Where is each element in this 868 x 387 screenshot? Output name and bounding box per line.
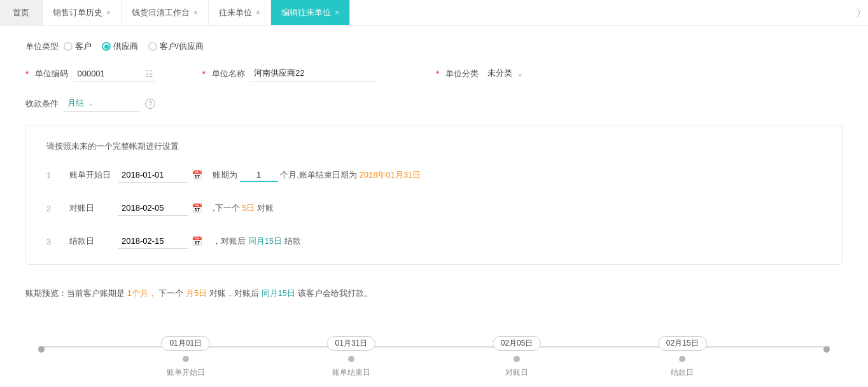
payment-terms-chevron-icon: ⌄: [88, 99, 94, 108]
preview-section: 账期预览：当前客户账期是 1个月， 下一个 月5日 对账，对账后 同月15日 该…: [25, 278, 843, 387]
setting-label-2: 对账日: [69, 202, 108, 214]
tab-edit-partner[interactable]: 编辑往来单位 ×: [271, 0, 350, 25]
radio-customer[interactable]: 客户: [64, 41, 92, 52]
unit-name-field: * 单位名称: [202, 66, 377, 81]
payment-terms-help-icon[interactable]: ?: [145, 99, 155, 109]
payment-prefix: ，对账后: [213, 236, 246, 246]
reconcile-date-calendar-icon[interactable]: 📅: [192, 203, 202, 213]
close-tab-cash-reconciliation[interactable]: ×: [193, 8, 198, 17]
payment-terms-value: 月结: [67, 97, 84, 109]
setting-label-3: 结款日: [69, 236, 108, 247]
unit-type-radio-group: 客户 供应商 客户/供应商: [64, 41, 204, 52]
timeline-caption-2: 账单结束日: [332, 367, 370, 378]
payment-terms-select[interactable]: 月结 ⌄: [64, 95, 140, 112]
main-content: 单位类型 客户 供应商 客户/供应商 * 单位编码: [0, 25, 868, 387]
start-date-value[interactable]: [118, 167, 188, 183]
radio-label-customer: 客户: [75, 41, 92, 52]
radio-circle-customer-supplier: [148, 42, 157, 51]
preview-reconcile-pre: 下一个: [158, 288, 183, 298]
timeline-badge-4: 02月15日: [658, 336, 707, 351]
timeline-node-1: 01月01日 账单开始日: [161, 336, 210, 378]
close-tab-partner-units[interactable]: ×: [256, 8, 260, 17]
unit-category-select[interactable]: 未分类 ⌄: [484, 65, 560, 82]
timeline-caption-1: 账单开始日: [167, 367, 205, 378]
timeline-dot-4: [679, 356, 685, 362]
timeline: 01月01日 账单开始日 01月31日 账单结束日 02月05日 对账日: [25, 317, 843, 387]
reconcile-prefix: ,下一个: [213, 203, 240, 213]
tab-home[interactable]: 首页: [0, 0, 43, 25]
radio-label-customer-supplier: 客户/供应商: [160, 41, 204, 52]
payment-highlight: 同月15日: [248, 236, 282, 246]
preview-payment-highlight: 同月15日: [262, 288, 295, 298]
setting-row-2: 2 对账日 📅 ,下一个 5日 对账: [46, 201, 822, 216]
reconcile-date-input: 📅: [118, 201, 202, 216]
radio-label-supplier: 供应商: [113, 41, 138, 52]
tab-sales-history[interactable]: 销售订单历史 ×: [43, 0, 122, 25]
radio-circle-supplier: [102, 42, 111, 51]
setting-num-2: 2: [46, 204, 59, 213]
unit-name-input[interactable]: [250, 66, 377, 81]
unit-category-value: 未分类: [487, 67, 512, 79]
setting-row-1: 1 账单开始日 📅 账期为 个月,账单结束日期为 2018年01月31日: [46, 167, 822, 183]
unit-code-input[interactable]: [73, 66, 156, 81]
setting-desc-1: 账期为 个月,账单结束日期为 2018年01月31日: [213, 169, 421, 182]
payment-terms-field: 收款条件 月结 ⌄ ?: [25, 95, 155, 112]
unit-category-label: 单位分类: [445, 68, 479, 80]
timeline-node-3: 02月05日 对账日: [493, 336, 542, 378]
setting-num-3: 3: [46, 237, 59, 246]
timeline-caption-3: 对账日: [505, 367, 528, 378]
preview-reconcile-highlight: 月5日: [186, 288, 207, 298]
setting-row-3: 3 结款日 📅 ，对账后 同月15日 结款: [46, 234, 822, 249]
setting-num-1: 1: [46, 171, 59, 180]
radio-customer-supplier[interactable]: 客户/供应商: [148, 41, 204, 52]
close-tab-edit-partner[interactable]: ×: [335, 8, 339, 17]
tab-bar: 首页 销售订单历史 × 钱货日清工作台 × 往来单位 × 编辑往来单位 × 〉: [0, 0, 868, 25]
tab-cash-reconciliation[interactable]: 钱货日清工作台 ×: [122, 0, 209, 25]
unit-info-row: * 单位编码 ☷ * 单位名称 * 单位分类 未分类 ⌄: [25, 65, 843, 82]
settings-card: 请按照未来的一个完整帐期进行设置 1 账单开始日 📅 账期为 个月,账单结束日期…: [25, 125, 843, 265]
radio-supplier[interactable]: 供应商: [102, 41, 138, 52]
unit-code-field: * 单位编码 ☷: [25, 66, 156, 81]
timeline-end-circle: [823, 346, 830, 353]
payment-date-value[interactable]: [118, 234, 188, 249]
unit-code-input-wrap: ☷: [73, 66, 156, 81]
preview-period: 1个月，: [127, 288, 157, 298]
reconcile-date-value[interactable]: [118, 201, 188, 216]
payment-date-calendar-icon[interactable]: 📅: [192, 236, 202, 246]
unit-name-required: *: [202, 69, 205, 79]
period-input[interactable]: [240, 169, 278, 182]
timeline-badge-1: 01月01日: [161, 336, 210, 351]
timeline-badge-3: 02月05日: [493, 336, 542, 351]
timeline-nodes: 01月01日 账单开始日 01月31日 账单结束日 02月05日 对账日: [38, 336, 830, 378]
unit-code-label: 单位编码: [35, 68, 68, 80]
timeline-start-dot: [38, 346, 45, 378]
timeline-dot-3: [514, 356, 520, 362]
start-date-input: 📅: [118, 167, 202, 183]
unit-category-required: *: [436, 69, 439, 79]
period-label: 账期为: [213, 170, 237, 179]
unit-code-icon[interactable]: ☷: [145, 69, 153, 79]
preview-text: 账期预览：当前客户账期是 1个月， 下一个 月5日 对账，对账后 同月15日 该…: [25, 288, 843, 299]
preview-reconcile-post: 对账，对账后: [209, 288, 259, 298]
tab-expand-icon[interactable]: 〉: [850, 0, 868, 25]
timeline-caption-4: 结款日: [671, 367, 694, 378]
unit-type-label: 单位类型: [25, 41, 59, 52]
setting-label-1: 账单开始日: [69, 169, 108, 181]
settings-card-title: 请按照未来的一个完整帐期进行设置: [46, 141, 822, 152]
start-date-calendar-icon[interactable]: 📅: [192, 170, 202, 180]
unit-type-row: 单位类型 客户 供应商 客户/供应商: [25, 41, 843, 52]
reconcile-suffix: 对账: [257, 203, 274, 213]
payment-suffix: 结款: [284, 236, 301, 246]
timeline-node-4: 02月15日 结款日: [658, 336, 707, 378]
timeline-badge-2: 01月31日: [327, 336, 376, 351]
unit-category-chevron-icon: ⌄: [516, 68, 524, 78]
period-suffix: 个月,账单结束日期为: [280, 170, 357, 179]
timeline-start-circle: [38, 346, 45, 353]
close-tab-sales-history[interactable]: ×: [106, 8, 111, 17]
preview-prefix: 账期预览：当前客户账期是: [25, 288, 125, 298]
tab-partner-units[interactable]: 往来单位 ×: [209, 0, 271, 25]
timeline-dot-2: [348, 356, 354, 362]
timeline-node-2: 01月31日 账单结束日: [327, 336, 376, 378]
timeline-dot-1: [183, 356, 189, 362]
unit-name-label: 单位名称: [212, 68, 245, 80]
